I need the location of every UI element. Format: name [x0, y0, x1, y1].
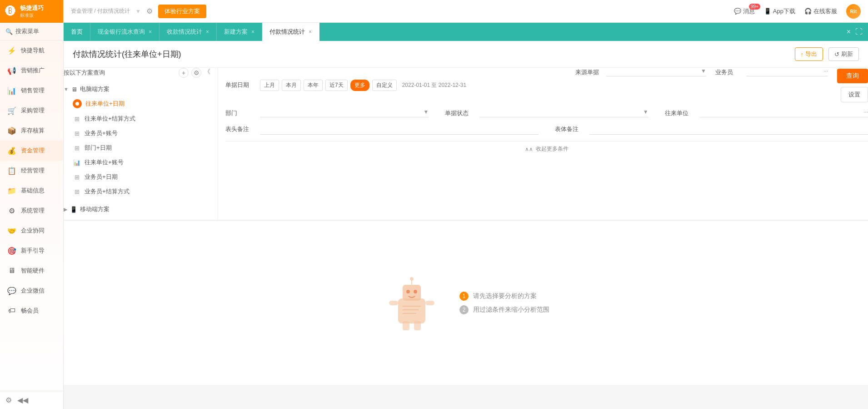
- body-note-input[interactable]: [589, 124, 868, 135]
- footer-settings-icon[interactable]: ⚙: [5, 396, 12, 404]
- date-btn-custom[interactable]: 自定义: [372, 80, 397, 91]
- scheme-item-label: 业务员+结算方式: [85, 187, 130, 196]
- export-btn[interactable]: ↑ 导出: [795, 47, 823, 61]
- filter-settings-btn[interactable]: 设置: [841, 87, 868, 102]
- topbar-msg[interactable]: 💬 消息 99+: [734, 7, 755, 15]
- guide-icon: 🎯: [7, 246, 16, 255]
- table-icon: ⊞: [73, 187, 81, 196]
- tab-cash-flow[interactable]: 现金银行流水查询 ×: [90, 23, 160, 41]
- scheme-item-partner-date[interactable]: 往来单位+日期: [64, 96, 210, 111]
- tab-collection-close[interactable]: ×: [206, 29, 209, 35]
- scheme-item-label: 业务员+账号: [85, 129, 118, 137]
- scheme-item-label: 往来单位+账号: [85, 158, 124, 167]
- header-note-input[interactable]: [260, 124, 539, 135]
- date-btn-7days[interactable]: 近7天: [325, 80, 348, 91]
- scheme-group-mobile-header[interactable]: ▶ 📱 移动端方案: [64, 202, 210, 216]
- sidebar-item-member[interactable]: 🏷 畅会员: [0, 301, 63, 321]
- tab-payment-stats-close[interactable]: ×: [309, 29, 312, 35]
- refresh-btn[interactable]: ↺ 刷新: [828, 47, 859, 61]
- sidebar-item-guide[interactable]: 🎯 新手引导: [0, 241, 63, 261]
- query-btn[interactable]: 查询: [837, 69, 868, 83]
- scheme-item-partner-settle[interactable]: ⊞ 往来单位+结算方式: [64, 111, 210, 126]
- date-options: 上月 本月 本年 近7天 更多 自定义 2022-01-01 至 2022-12…: [260, 80, 466, 91]
- filter-scheme-area: 按以下方案查询 + ⚙ 《: [64, 68, 868, 220]
- scheme-item-dept-date[interactable]: ⊞ 部门+日期: [64, 141, 210, 155]
- date-btn-last-month[interactable]: 上月: [260, 80, 279, 91]
- window-close-icon[interactable]: ×: [847, 28, 851, 36]
- trial-btn[interactable]: 体验行业方案: [158, 5, 206, 18]
- sidebar-search[interactable]: 🔍 搜索菜单: [0, 23, 63, 40]
- scheme-item-staff-account[interactable]: ⊞ 业务员+账号: [64, 126, 210, 141]
- scheme-item-label: 往来单位+日期: [85, 100, 125, 108]
- table-icon: ⊞: [73, 129, 81, 137]
- sidebar-label: 快捷导航: [21, 46, 45, 55]
- sidebar-label: 库存核算: [21, 126, 45, 135]
- topbar-service[interactable]: 🎧 在线客服: [804, 7, 837, 15]
- sidebar-item-wechat[interactable]: 💬 企业微信: [0, 281, 63, 301]
- tab-new-scheme-close[interactable]: ×: [251, 29, 254, 35]
- scheme-item-staff-settle[interactable]: ⊞ 业务员+结算方式: [64, 184, 210, 199]
- scheme-item-partner-account[interactable]: 📊 往来单位+账号: [64, 155, 210, 170]
- staff-select[interactable]: ···: [746, 68, 828, 76]
- tab-cash-flow-close[interactable]: ×: [149, 29, 152, 35]
- basic-icon: 📁: [7, 186, 16, 195]
- sidebar-item-enterprise[interactable]: 🤝 企业协同: [0, 221, 63, 241]
- active-circle: [73, 99, 82, 108]
- sidebar-item-purchase[interactable]: 🛒 采购管理: [0, 101, 63, 121]
- svg-rect-0: [398, 298, 425, 323]
- collapse-arrow-icon: ∧∧: [525, 146, 533, 152]
- user-avatar[interactable]: Rit: [846, 4, 861, 19]
- dept-select[interactable]: ▼: [260, 109, 429, 117]
- msg-icon: 💬: [734, 8, 741, 15]
- date-range: 2022-01-01 至 2022-12-31: [402, 81, 466, 89]
- tab-home-label: 首页: [71, 28, 83, 36]
- sidebar-item-basic[interactable]: 📁 基础信息: [0, 181, 63, 201]
- sidebar-item-marketing[interactable]: 📢 营销推广: [0, 61, 63, 81]
- sidebar-item-inventory[interactable]: 📦 库存核算: [0, 121, 63, 141]
- page-title: 付款情况统计(往来单位+日期): [73, 49, 181, 60]
- window-maximize-icon[interactable]: ⛶: [855, 28, 863, 36]
- footer-collapse-icon[interactable]: ◀◀: [17, 396, 28, 404]
- bill-status-select[interactable]: ▼: [479, 109, 648, 117]
- sidebar-item-system[interactable]: ⚙ 系统管理: [0, 201, 63, 221]
- sidebar-item-capital[interactable]: 💰 资金管理: [0, 141, 63, 161]
- sidebar-item-hardware[interactable]: 🖥 智能硬件: [0, 261, 63, 281]
- sidebar-label: 基础信息: [21, 187, 45, 195]
- partner-dots[interactable]: ···: [863, 109, 868, 115]
- partner-select[interactable]: ···: [699, 109, 868, 117]
- marketing-icon: 📢: [7, 66, 16, 75]
- sidebar-label: 企业微信: [21, 287, 45, 295]
- tab-new-scheme[interactable]: 新建方案 ×: [217, 23, 262, 41]
- topbar-app-download[interactable]: 📱 App下载: [764, 7, 795, 15]
- scheme-collapse-btn[interactable]: 《: [204, 68, 210, 78]
- enterprise-icon: 🤝: [7, 226, 16, 235]
- date-btn-more[interactable]: 更多: [350, 80, 369, 91]
- search-label: 搜索菜单: [15, 27, 39, 35]
- system-icon: ⚙: [7, 206, 16, 215]
- collapse-btn[interactable]: ∧∧ 收起更多条件: [225, 141, 868, 157]
- sidebar-item-operation[interactable]: 📋 经营管理: [0, 161, 63, 181]
- scheme-settings-btn[interactable]: ⚙: [191, 68, 201, 78]
- add-icon: +: [182, 69, 185, 76]
- staff-dots[interactable]: ···: [823, 68, 828, 74]
- date-btn-this-month[interactable]: 本月: [282, 80, 301, 91]
- sidebar-item-quick-nav[interactable]: ⚡ 快捷导航: [0, 40, 63, 61]
- source-select[interactable]: ▼: [606, 68, 706, 76]
- page-actions: ↑ 导出 ↺ 刷新: [795, 47, 859, 61]
- table-icon: ⊞: [73, 144, 81, 152]
- tip-2-text: 用过滤条件来缩小分析范围: [473, 306, 549, 314]
- tab-collection[interactable]: 收款情况统计 ×: [160, 23, 217, 41]
- topbar-settings-icon[interactable]: ⚙: [146, 7, 153, 15]
- filter-row-1: 单据日期 上月 本月 本年 近7天 更多 自定义 2022-01-01 至 20…: [225, 68, 868, 102]
- tab-home[interactable]: 首页: [64, 23, 90, 41]
- date-btn-this-year[interactable]: 本年: [304, 80, 323, 91]
- tab-payment-stats[interactable]: 付款情况统计 ×: [262, 23, 319, 41]
- date-label: 单据日期: [225, 81, 253, 89]
- sidebar-label: 新手引导: [21, 247, 45, 255]
- sidebar-label: 智能硬件: [21, 267, 45, 275]
- scheme-item-staff-date[interactable]: ⊞ 业务员+日期: [64, 170, 210, 184]
- scheme-add-btn[interactable]: +: [179, 68, 189, 78]
- scheme-group-desktop-header[interactable]: ▼ 🖥 电脑端方案: [64, 82, 210, 96]
- sidebar-item-sales[interactable]: 📊 销售管理: [0, 81, 63, 101]
- tab-payment-stats-label: 付款情况统计: [269, 28, 305, 36]
